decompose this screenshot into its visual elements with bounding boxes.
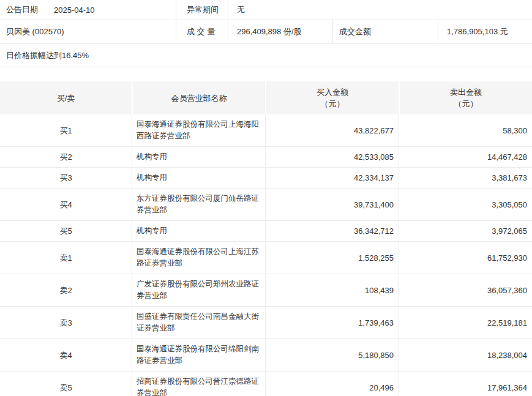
row-side: 卖5 — [0, 372, 132, 396]
info-row-amplitude: 日价格振幅达到16.45% — [0, 44, 532, 67]
stock-lhb-page: 公告日期 2025-04-10 异常期间 无 贝因美 (002570) 成 交 … — [0, 0, 532, 396]
volume-label: 成 交 量 — [176, 20, 228, 43]
row-sell-amount: 22,519,181 — [399, 307, 532, 338]
table-body: 买1 国泰海通证券股份有限公司上海海阳西路证券营业部 43,822,677 58… — [0, 114, 532, 396]
row-branch: 招商证券股份有限公司晋江崇德路证券营业部 — [132, 372, 265, 396]
row-sell-amount: 3,972,065 — [399, 221, 532, 241]
row-side: 卖1 — [0, 242, 132, 274]
announce-date-label: 公告日期 — [0, 0, 48, 20]
header-sell-line2: （元） — [454, 98, 478, 110]
header-side-label: 买/卖 — [57, 92, 75, 104]
row-branch: 国泰海通证券股份有限公司上海海阳西路证券营业部 — [132, 114, 265, 146]
abnormal-period-value: 无 — [228, 0, 532, 20]
turnover-value: 1,786,905,103 元 — [438, 20, 532, 43]
table-row: 买1 国泰海通证券股份有限公司上海海阳西路证券营业部 43,822,677 58… — [0, 114, 532, 147]
row-sell-amount: 58,300 — [399, 114, 532, 146]
row-side: 卖4 — [0, 339, 132, 371]
row-side: 买2 — [0, 147, 132, 167]
row-buy-amount: 20,496 — [265, 372, 399, 396]
table-row: 卖4 国泰海通证券股份有限公司绵阳剑南路证券营业部 5,180,850 18,2… — [0, 339, 532, 372]
turnover-label: 成交金额 — [332, 20, 438, 43]
table-row: 卖1 国泰海通证券股份有限公司上海江苏路证券营业部 1,528,255 61,7… — [0, 242, 532, 274]
header-buy-amount: 买入金额 （元） — [265, 81, 399, 114]
row-sell-amount: 3,305,050 — [399, 189, 532, 220]
row-branch: 机构专用 — [132, 168, 265, 188]
row-side: 买1 — [0, 114, 132, 146]
header-sell-amount: 卖出金额 （元） — [399, 81, 532, 114]
table-row: 买5 机构专用 36,342,712 3,972,065 — [0, 221, 532, 242]
row-side: 买3 — [0, 168, 132, 188]
row-sell-amount: 3,381,673 — [399, 168, 532, 188]
price-amplitude-note: 日价格振幅达到16.45% — [0, 44, 532, 67]
table-row: 卖5 招商证券股份有限公司晋江崇德路证券营业部 20,496 17,961,36… — [0, 372, 532, 396]
lhb-table: 买/卖 会员营业部名称 买入金额 （元） 卖出金额 （元） 买1 国泰海通证券股… — [0, 81, 532, 396]
row-buy-amount: 108,439 — [265, 274, 399, 306]
row-buy-amount: 43,822,677 — [265, 114, 399, 146]
stock-name: 贝因美 (002570) — [0, 20, 176, 43]
row-sell-amount: 61,752,930 — [399, 242, 532, 274]
row-buy-amount: 42,334,137 — [265, 168, 399, 188]
row-side: 买5 — [0, 221, 132, 241]
row-sell-amount: 17,961,364 — [399, 372, 532, 396]
row-branch: 东方证券股份有限公司厦门仙岳路证券营业部 — [132, 189, 265, 220]
row-branch: 国泰海通证券股份有限公司绵阳剑南路证券营业部 — [132, 339, 265, 371]
table-row: 卖3 国盛证券有限责任公司南昌金融大街证券营业部 1,739,463 22,51… — [0, 307, 532, 339]
table-row: 买3 机构专用 42,334,137 3,381,673 — [0, 168, 532, 189]
info-row-volume: 贝因美 (002570) 成 交 量 296,409,898 份/股 成交金额 … — [0, 20, 532, 44]
row-buy-amount: 5,180,850 — [265, 339, 399, 371]
table-row: 卖2 广发证券股份有限公司郑州农业路证券营业部 108,439 36,057,3… — [0, 274, 532, 307]
header-side: 买/卖 — [0, 81, 132, 114]
row-branch: 机构专用 — [132, 221, 265, 241]
table-row: 买4 东方证券股份有限公司厦门仙岳路证券营业部 39,731,400 3,305… — [0, 189, 532, 221]
header-buy-line2: （元） — [321, 98, 345, 110]
row-branch: 广发证券股份有限公司郑州农业路证券营业部 — [132, 274, 265, 306]
row-sell-amount: 18,238,004 — [399, 339, 532, 371]
table-header-row: 买/卖 会员营业部名称 买入金额 （元） 卖出金额 （元） — [0, 81, 532, 114]
header-branch-label: 会员营业部名称 — [171, 92, 227, 104]
stock-info-panel: 公告日期 2025-04-10 异常期间 无 贝因美 (002570) 成 交 … — [0, 0, 532, 67]
announce-date-value: 2025-04-10 — [48, 0, 176, 20]
row-branch: 国盛证券有限责任公司南昌金融大街证券营业部 — [132, 307, 265, 338]
row-side: 卖3 — [0, 307, 132, 338]
info-row-announce: 公告日期 2025-04-10 异常期间 无 — [0, 0, 532, 20]
row-side: 卖2 — [0, 274, 132, 306]
row-branch: 国泰海通证券股份有限公司上海江苏路证券营业部 — [132, 242, 265, 274]
header-buy-line1: 买入金额 — [317, 86, 348, 98]
row-branch: 机构专用 — [132, 147, 265, 167]
abnormal-period-label: 异常期间 — [176, 0, 228, 20]
row-buy-amount: 39,731,400 — [265, 189, 399, 220]
row-sell-amount: 14,467,428 — [399, 147, 532, 167]
header-branch: 会员营业部名称 — [132, 81, 265, 114]
header-sell-line1: 卖出金额 — [450, 86, 482, 98]
row-buy-amount: 1,739,463 — [265, 307, 399, 338]
volume-value: 296,409,898 份/股 — [228, 20, 332, 43]
table-row: 买2 机构专用 42,533,085 14,467,428 — [0, 147, 532, 168]
row-buy-amount: 36,342,712 — [265, 221, 399, 241]
row-buy-amount: 42,533,085 — [265, 147, 399, 167]
row-side: 买4 — [0, 189, 132, 220]
row-buy-amount: 1,528,255 — [265, 242, 399, 274]
section-spacer — [0, 67, 532, 81]
row-sell-amount: 36,057,360 — [399, 274, 532, 306]
